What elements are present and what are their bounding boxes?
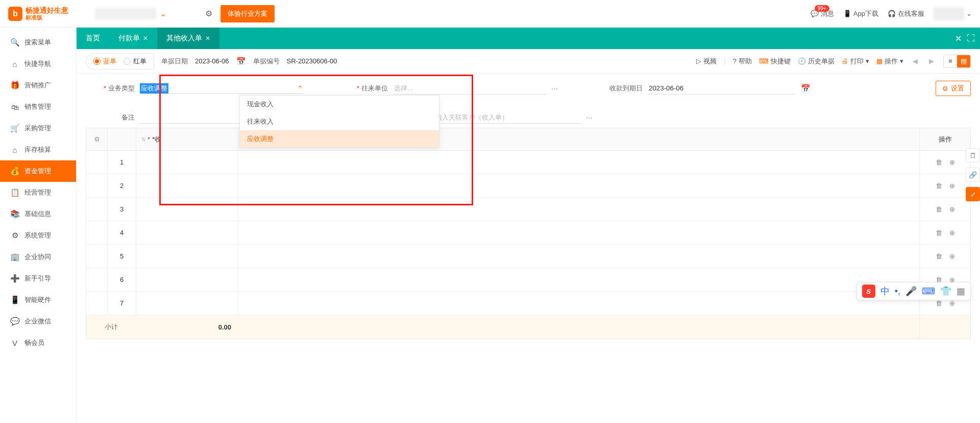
- keyboard-icon: ⌨: [759, 57, 769, 65]
- view-list-icon[interactable]: ≡: [944, 55, 957, 67]
- table-row[interactable]: 1🗑⊕: [86, 151, 970, 174]
- sidebar-item-3[interactable]: 🛍销售管理: [0, 96, 76, 118]
- delete-icon[interactable]: 🗑: [936, 158, 942, 166]
- history-icon: 🕘: [798, 57, 806, 65]
- sidebar-icon: 📱: [10, 295, 19, 304]
- delete-icon[interactable]: 🗑: [936, 299, 942, 307]
- rail-attach-icon[interactable]: 🔗: [966, 168, 980, 182]
- more-icon[interactable]: ⋯: [586, 114, 593, 122]
- sidebar-icon: V: [10, 339, 19, 347]
- delete-icon[interactable]: 🗑: [936, 229, 942, 237]
- ime-keyboard-icon[interactable]: ⌨: [922, 286, 935, 297]
- sidebar-item-0[interactable]: 🔍搜索菜单: [0, 32, 76, 53]
- tab-2[interactable]: 其他收入单✕: [157, 28, 219, 49]
- dropdown-option[interactable]: 应收调整: [240, 130, 439, 148]
- copy-icon[interactable]: ⊕: [949, 299, 955, 307]
- try-industry-button[interactable]: 体验行业方案: [220, 5, 275, 22]
- sidebar-item-9[interactable]: ⚙系统管理: [0, 225, 76, 246]
- col-amount-header[interactable]: ⇅ **收: [136, 128, 238, 150]
- sidebar-item-8[interactable]: 📚基础信息: [0, 203, 76, 225]
- ime-lang[interactable]: 中: [880, 285, 890, 297]
- assoc-input[interactable]: [428, 111, 581, 124]
- ime-menu-icon[interactable]: ▦: [957, 286, 965, 297]
- copy-icon[interactable]: ⊕: [949, 182, 955, 190]
- table-settings-icon[interactable]: ⚙: [86, 128, 108, 150]
- sidebar-item-14[interactable]: V畅会员: [0, 332, 76, 354]
- org-selector[interactable]: ⌄: [95, 8, 197, 19]
- history-link[interactable]: 🕘历史单据: [798, 57, 835, 66]
- sidebar-item-6[interactable]: 💰资金管理: [0, 160, 76, 182]
- messages-button[interactable]: 💬 消息 99+: [811, 9, 834, 18]
- radio-red[interactable]: 红单: [124, 57, 146, 66]
- close-icon[interactable]: ✕: [205, 35, 210, 42]
- rail-note-icon[interactable]: 🗒: [966, 148, 980, 162]
- copy-icon[interactable]: ⊕: [949, 158, 955, 166]
- delete-icon[interactable]: 🗑: [936, 205, 942, 213]
- online-support-button[interactable]: 🎧 在线客服: [888, 9, 924, 18]
- tab-label: 付款单: [118, 34, 140, 43]
- sidebar-item-13[interactable]: 💬企业微信: [0, 311, 76, 332]
- due-date-field: 收款到期日 📅: [594, 81, 811, 96]
- table-row[interactable]: 3🗑⊕: [86, 198, 970, 221]
- dropdown-option[interactable]: 往来收入: [240, 113, 439, 130]
- view-card-icon[interactable]: ▤: [957, 55, 970, 67]
- radio-blue[interactable]: 蓝单: [93, 57, 116, 66]
- chevron-down-icon: ▾: [866, 57, 869, 65]
- ime-punct-icon[interactable]: •,: [895, 286, 900, 297]
- biz-type-field: *业务类型 应收调整 ⌃: [86, 81, 303, 96]
- app-download-button[interactable]: 📱 App下载: [843, 9, 878, 18]
- sidebar-item-11[interactable]: ➕新手引导: [0, 268, 76, 289]
- rail-expand-icon[interactable]: ⤢: [966, 187, 980, 201]
- more-icon[interactable]: ⋯: [551, 85, 558, 92]
- calendar-icon[interactable]: 📅: [236, 57, 246, 66]
- table-row[interactable]: 4🗑⊕: [86, 221, 970, 245]
- next-arrow-icon[interactable]: ▶: [927, 57, 936, 65]
- delete-icon[interactable]: 🗑: [936, 252, 942, 260]
- due-date-input[interactable]: [648, 82, 796, 95]
- gear-icon[interactable]: ⚙: [205, 9, 212, 18]
- ime-skin-icon[interactable]: 👕: [940, 286, 951, 297]
- copy-icon[interactable]: ⊕: [949, 229, 955, 237]
- tab-close-icon[interactable]: ✕: [955, 34, 962, 43]
- ime-toolbar[interactable]: S 中 •, 🎤 ⌨ 👕 ▦: [856, 282, 971, 300]
- biz-type-select[interactable]: 应收调整 ⌃: [140, 83, 303, 94]
- user-menu[interactable]: ⌄: [934, 7, 972, 20]
- tab-expand-icon[interactable]: ⛶: [967, 34, 975, 43]
- calendar-icon[interactable]: 📅: [801, 84, 811, 93]
- help-link[interactable]: ?帮助: [733, 57, 752, 66]
- prev-arrow-icon[interactable]: ◀: [911, 57, 920, 65]
- sidebar-item-2[interactable]: 🎁营销推广: [0, 75, 76, 96]
- form-area: *业务类型 应收调整 ⌃ *往来单位 ⋯ 收款到期日 📅: [77, 74, 980, 128]
- print-button[interactable]: 🖨打印▾: [842, 57, 869, 66]
- sidebar-item-label: 畅会员: [24, 338, 44, 347]
- table-row[interactable]: 2🗑⊕: [86, 174, 970, 198]
- bill-date-value[interactable]: 2023-06-06: [195, 57, 229, 65]
- sidebar-item-label: 销售管理: [24, 102, 51, 111]
- settings-button[interactable]: ⚙设置: [936, 81, 971, 96]
- table-row[interactable]: 6🗑⊕: [86, 268, 970, 292]
- delete-icon[interactable]: 🗑: [936, 182, 942, 190]
- sidebar-item-5[interactable]: ⌂库存核算: [0, 139, 76, 160]
- sidebar-icon: 💬: [10, 317, 19, 326]
- table-row[interactable]: 7🗑⊕: [86, 292, 970, 315]
- sidebar-item-7[interactable]: 📋经营管理: [0, 182, 76, 203]
- sogou-icon: S: [862, 285, 875, 298]
- close-icon[interactable]: ✕: [143, 35, 148, 42]
- copy-icon[interactable]: ⊕: [949, 205, 955, 213]
- sidebar-item-4[interactable]: 🛒采购管理: [0, 118, 76, 139]
- copy-icon[interactable]: ⊕: [949, 252, 955, 260]
- table-row[interactable]: 5🗑⊕: [86, 245, 970, 268]
- ime-mic-icon[interactable]: 🎤: [905, 286, 917, 297]
- shortcut-link[interactable]: ⌨快捷键: [759, 57, 791, 66]
- tab-0[interactable]: 首页: [77, 28, 109, 49]
- video-link[interactable]: ▷视频: [696, 57, 717, 66]
- sidebar-item-12[interactable]: 📱智能硬件: [0, 289, 76, 311]
- sidebar-item-1[interactable]: ⌂快捷导航: [0, 53, 76, 75]
- dropdown-option[interactable]: 现金收入: [240, 96, 439, 113]
- tab-1[interactable]: 付款单✕: [109, 28, 157, 49]
- row-index: 2: [108, 174, 136, 197]
- ops-button[interactable]: ▦操作▾: [876, 57, 903, 66]
- party-input[interactable]: [393, 82, 546, 95]
- msg-badge: 99+: [815, 5, 829, 12]
- sidebar-item-10[interactable]: 🏢企业协同: [0, 246, 76, 268]
